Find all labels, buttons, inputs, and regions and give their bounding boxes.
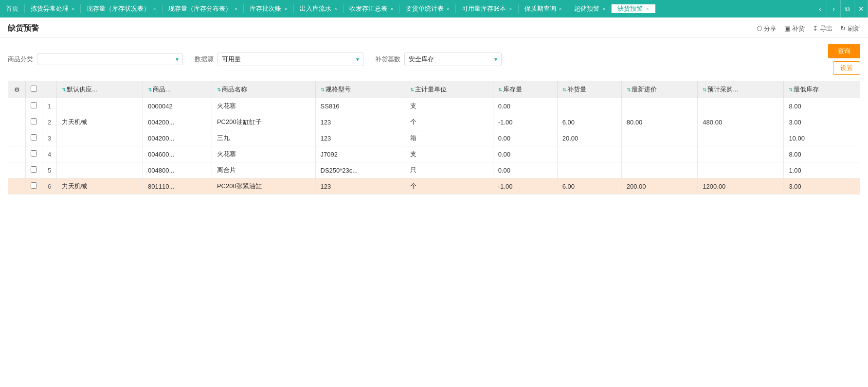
tab-close-inout-flow[interactable]: × [334, 6, 337, 12]
table-row: 5004800...离合片DS250*23c...只0.001.00 [8, 162, 860, 178]
tab-restore-btn[interactable]: ⧉ [841, 0, 854, 18]
share-label: 分享 [764, 24, 777, 33]
col-supplier[interactable]: ⇅默认供应... [57, 81, 143, 98]
page-title: 缺货预警 [8, 23, 39, 34]
stock-cell: -1.00 [493, 178, 557, 194]
min-stock-cell: 8.00 [784, 98, 860, 114]
tab-close-inventory-status[interactable]: × [153, 6, 156, 12]
sort-spec-icon: ⇅ [321, 87, 325, 92]
tab-close-overstock[interactable]: × [602, 6, 605, 12]
replenish-label: 补货 [792, 24, 805, 33]
row-checkbox[interactable] [31, 182, 37, 189]
datasource-filter-group: 数据源 可用量 ▾ [195, 53, 363, 66]
tab-close-abnormal[interactable]: × [72, 6, 74, 12]
datasource-select[interactable]: 可用量 ▾ [217, 53, 363, 66]
share-button[interactable]: ⬡ 分享 [757, 24, 777, 33]
replenish-button[interactable]: ▣ 补货 [784, 24, 805, 33]
product-name-cell: 离合片 [212, 162, 315, 178]
tab-nav-prev[interactable]: ‹ [814, 0, 827, 18]
refresh-button[interactable]: ↻ 刷新 [840, 24, 860, 33]
tab-close-demand-stat[interactable]: × [447, 6, 450, 12]
row-checkbox[interactable] [31, 166, 37, 173]
tab-item-inout-flow[interactable]: 出入库流水× [294, 4, 344, 13]
tab-item-demand-stat[interactable]: 要货单统计表× [400, 4, 456, 13]
col-spec[interactable]: ⇅规格型号 [315, 81, 405, 98]
tab-item-batch-account[interactable]: 库存批次账× [244, 4, 293, 13]
product-name-cell: 三九 [212, 130, 315, 146]
datasource-label: 数据源 [195, 55, 214, 64]
tab-close-expiry-query[interactable]: × [559, 6, 562, 12]
tab-close-inventory-dist[interactable]: × [235, 6, 237, 12]
replenish-qty-cell: 20.00 [557, 130, 621, 146]
col-est-purchase[interactable]: ⇅预计采购... [698, 81, 784, 98]
category-chevron-icon: ▾ [176, 56, 179, 63]
row-checkbox[interactable] [31, 118, 37, 124]
row-number: 1 [42, 98, 57, 114]
spec-cell: 123 [315, 114, 405, 130]
row-checkbox[interactable] [31, 150, 37, 157]
tab-close-shortage[interactable]: × [646, 6, 649, 12]
row-checkbox-cell [26, 162, 42, 178]
row-checkbox[interactable] [31, 102, 37, 108]
category-select[interactable]: ▾ [37, 53, 183, 65]
col-product-name[interactable]: ⇅商品名称 [212, 81, 315, 98]
datasource-chevron-icon: ▾ [356, 56, 359, 63]
row-gear-cell [8, 98, 26, 114]
product-code-cell: 004200... [143, 130, 212, 146]
tab-close-available-ledger[interactable]: × [509, 6, 512, 12]
replenish-qty-cell: 6.00 [557, 178, 621, 194]
product-code-cell: 004200... [143, 114, 212, 130]
tab-item-overstock[interactable]: 超储预警× [568, 4, 612, 13]
tab-item-shortage[interactable]: 缺货预警× [612, 4, 655, 13]
col-latest-price[interactable]: ⇅最新进价 [621, 81, 698, 98]
table-row: 4004600...火花塞J7092支0.008.00 [8, 146, 860, 162]
row-checkbox-cell [26, 130, 42, 146]
datasource-select-value: 可用量 [222, 55, 241, 64]
tab-item-expiry-query[interactable]: 保质期查询× [519, 4, 568, 13]
tab-item-available-ledger[interactable]: 可用量库存账本× [456, 4, 518, 13]
product-name-cell: PC200张紧油缸 [212, 178, 315, 194]
filter-row: 商品分类 ▾ 数据源 可用量 ▾ 补货基数 安全库存 ▾ 查询 设置 [0, 38, 868, 81]
supplier-cell [57, 98, 143, 114]
row-gear-cell [8, 178, 26, 194]
supplier-cell [57, 146, 143, 162]
latest-price-cell [621, 130, 698, 146]
sort-stock-icon: ⇅ [498, 87, 502, 92]
tab-close-batch-account[interactable]: × [284, 6, 287, 12]
col-gear[interactable]: ⚙ [8, 81, 26, 98]
tab-item-collect-summary[interactable]: 收发存汇总表× [344, 4, 399, 13]
tab-item-home[interactable]: 首页 [0, 4, 25, 13]
row-number: 5 [42, 162, 57, 178]
sort-supplier-icon: ⇅ [62, 87, 66, 92]
col-unit[interactable]: ⇅主计量单位 [405, 81, 493, 98]
tab-item-inventory-status[interactable]: 现存量（库存状况表）× [81, 4, 162, 13]
export-button[interactable]: ↧ 导出 [813, 24, 832, 33]
spec-cell: SS816 [315, 98, 405, 114]
product-code-cell: 004800... [143, 162, 212, 178]
table-row: 10000042火花塞SS816支0.008.00 [8, 98, 860, 114]
col-rownum [42, 81, 57, 98]
tab-item-inventory-dist[interactable]: 现存量（库存分布表）× [163, 4, 244, 13]
tab-close-collect-summary[interactable]: × [390, 6, 393, 12]
supplier-cell [57, 162, 143, 178]
est-purchase-cell [698, 146, 784, 162]
tab-item-abnormal[interactable]: 拣货异常处理× [25, 4, 81, 13]
col-replenish-qty[interactable]: ⇅补货量 [557, 81, 621, 98]
min-stock-cell: 10.00 [784, 130, 860, 146]
table-header-row: ⚙ ⇅默认供应... ⇅商品... ⇅商品名称 ⇅规格型号 [8, 81, 860, 98]
col-product-code[interactable]: ⇅商品... [143, 81, 212, 98]
query-button[interactable]: 查询 [828, 44, 860, 58]
data-table: ⚙ ⇅默认供应... ⇅商品... ⇅商品名称 ⇅规格型号 [8, 81, 860, 194]
select-all-checkbox[interactable] [31, 86, 37, 92]
tab-bar: 首页拣货异常处理×现存量（库存状况表）×现存量（库存分布表）×库存批次账×出入库… [0, 0, 868, 18]
tab-close-all-btn[interactable]: ✕ [854, 0, 868, 18]
col-stock[interactable]: ⇅库存量 [493, 81, 557, 98]
row-gear-cell [8, 130, 26, 146]
col-min-stock[interactable]: ⇅最低库存 [784, 81, 860, 98]
settings-button[interactable]: 设置 [833, 61, 860, 75]
tab-nav-next[interactable]: › [827, 0, 841, 18]
category-label: 商品分类 [8, 55, 33, 64]
replenish-base-select[interactable]: 安全库存 ▾ [404, 53, 502, 66]
spec-cell: 123 [315, 178, 405, 194]
row-checkbox[interactable] [31, 134, 37, 141]
